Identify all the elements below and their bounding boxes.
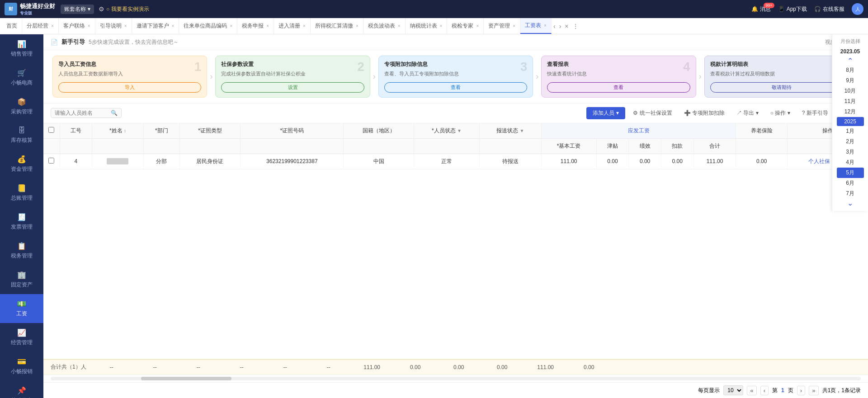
per-page-select[interactable]: 10 20 50	[723, 385, 743, 395]
user-avatar[interactable]: 人	[852, 3, 863, 15]
account-selector[interactable]: 账套名称 ▾	[61, 5, 94, 14]
sidebar-item-fixed-assets[interactable]: 🏢 固定资产	[0, 265, 43, 294]
tab-contact[interactable]: 客户联络 ×	[59, 18, 95, 34]
tab-product-code[interactable]: 往来单位商品编码 ×	[179, 18, 237, 34]
close-icon[interactable]: ×	[266, 23, 269, 28]
operations-button[interactable]: ○ 操作 ▾	[766, 107, 794, 119]
close-icon[interactable]: ×	[124, 23, 127, 28]
add-person-button[interactable]: 添加人员 ▾	[586, 107, 625, 119]
tab-home[interactable]: 首页	[2, 18, 22, 34]
newbie-guide-button[interactable]: ? 新手引导	[798, 107, 832, 119]
sidebar-item-basic[interactable]: 📌 基础信息	[0, 381, 43, 398]
horizontal-scrollbar[interactable]	[43, 375, 868, 382]
month-11[interactable]: 11月	[837, 96, 864, 107]
select-all-header	[43, 123, 60, 139]
tab-tax-expert[interactable]: 税检专家 ×	[447, 18, 484, 34]
month-4[interactable]: 4月	[837, 157, 864, 168]
first-page-button[interactable]: «	[747, 386, 756, 395]
tab-next-icon[interactable]: ›	[557, 23, 563, 30]
cell-report-status: 待报送	[479, 154, 541, 169]
row-checkbox-cell	[43, 154, 60, 169]
tab-tax-burden[interactable]: 税负波动表 ×	[363, 18, 406, 34]
tab-invite[interactable]: 邀请下游客户 ×	[132, 18, 179, 34]
tab-prev-icon[interactable]: ‹	[552, 23, 557, 30]
op-social-security[interactable]: 个人社保	[808, 158, 830, 164]
tab-tax-stats[interactable]: 纳税统计表 ×	[406, 18, 448, 34]
close-icon[interactable]: ×	[88, 23, 90, 28]
month-6[interactable]: 6月	[837, 178, 864, 188]
close-icon[interactable]: ×	[513, 23, 515, 28]
month-10[interactable]: 10月	[837, 86, 864, 96]
tab-menu-icon[interactable]: ⋮	[571, 23, 580, 30]
sidebar-item-payroll[interactable]: 💵 工资	[0, 294, 43, 323]
search-input[interactable]	[55, 110, 109, 116]
footer-pension: 0.00	[571, 364, 607, 370]
sidebar-item-invoice[interactable]: 🧾 发票管理	[0, 207, 43, 236]
step-number-3: 3	[520, 60, 528, 74]
prev-page-button[interactable]: ‹	[760, 386, 769, 395]
sidebar-item-tax[interactable]: 📋 税务管理	[0, 236, 43, 265]
app-download-button[interactable]: 📱 App下载	[778, 5, 807, 13]
sidebar-item-ecommerce[interactable]: 🛒 小畅电商	[0, 63, 43, 92]
sidebar-item-sales[interactable]: 📊 销售管理	[0, 34, 43, 63]
close-icon[interactable]: ×	[303, 23, 306, 28]
month-9[interactable]: 9月	[837, 75, 864, 86]
month-12[interactable]: 12月	[837, 107, 864, 117]
sidebar-item-ledger[interactable]: 📒 总账管理	[0, 178, 43, 207]
tab-close-all-icon[interactable]: ×	[563, 23, 570, 30]
sidebar-item-inventory[interactable]: 🗄 库存核算	[0, 121, 43, 150]
sidebar-item-operations[interactable]: 📈 经营管理	[0, 323, 43, 352]
step-number-1: 1	[194, 60, 202, 74]
month-up-icon[interactable]: ⌃	[847, 56, 853, 65]
month-1[interactable]: 1月	[837, 126, 864, 136]
wizard-arrow-1: ›	[209, 56, 213, 98]
export-button[interactable]: ↗ 导出 ▾	[732, 107, 763, 119]
month-2[interactable]: 2月	[837, 136, 864, 147]
unified-social-security-button[interactable]: ⚙ 统一社保设置	[629, 107, 676, 119]
step-btn-3[interactable]: 查看	[384, 82, 527, 93]
month-3[interactable]: 3月	[837, 147, 864, 157]
close-icon[interactable]: ×	[440, 23, 443, 28]
online-service-button[interactable]: 🎧 在线客服	[814, 5, 844, 13]
scroll-thumb[interactable]	[141, 377, 231, 380]
sidebar-item-purchase[interactable]: 📦 采购管理	[0, 92, 43, 121]
next-page-button[interactable]: ›	[797, 386, 805, 395]
message-button[interactable]: 🔔 消息 99+	[751, 5, 771, 13]
close-icon[interactable]: ×	[476, 23, 479, 28]
close-icon[interactable]: ×	[230, 23, 232, 28]
sidebar-item-expense[interactable]: 💳 小畅报销	[0, 352, 43, 381]
month-8[interactable]: 8月	[837, 65, 864, 75]
month-down-icon[interactable]: ⌄	[847, 199, 853, 207]
row-checkbox[interactable]	[48, 158, 54, 164]
special-deduction-button[interactable]: ➕ 专项附加扣除	[680, 107, 729, 119]
step-btn-4[interactable]: 查看	[547, 82, 690, 93]
footer-allowance: 0.00	[397, 364, 434, 370]
close-icon[interactable]: ×	[398, 23, 401, 28]
demo-button[interactable]: ○ 我要看实例演示	[106, 5, 149, 13]
close-icon[interactable]: ×	[172, 23, 175, 28]
col-employee-id: 工号	[60, 123, 92, 139]
step-btn-1[interactable]: 导入	[58, 82, 201, 93]
search-icon[interactable]: 🔍	[111, 110, 118, 116]
tab-clearance[interactable]: 进入清册 ×	[274, 18, 311, 34]
tab-tax-report[interactable]: 税务申报 ×	[237, 18, 274, 34]
tab-guide[interactable]: 引导说明 ×	[95, 18, 132, 34]
col-nationality: 国籍（地区）	[344, 123, 414, 139]
search-box[interactable]: 🔍	[51, 108, 122, 118]
settings-icon[interactable]: ⚙	[99, 5, 104, 13]
tab-payroll[interactable]: 工资表 ×	[520, 18, 552, 34]
tab-layered[interactable]: 分层经营 ×	[22, 18, 59, 34]
sidebar-item-funds[interactable]: 💰 资金管理	[0, 150, 43, 178]
close-icon[interactable]: ×	[356, 23, 359, 28]
select-all-checkbox[interactable]	[48, 127, 54, 133]
sidebar-label-ecommerce: 小畅电商	[11, 79, 33, 87]
month-5[interactable]: 5月	[837, 168, 864, 178]
current-page: 1	[781, 387, 784, 393]
step-btn-2[interactable]: 设置	[221, 82, 364, 93]
close-icon[interactable]: ×	[51, 23, 54, 28]
close-icon[interactable]: ×	[544, 23, 547, 28]
tab-income-tax[interactable]: 所得税汇算清缴 ×	[311, 18, 363, 34]
tab-assets[interactable]: 资产管理 ×	[484, 18, 520, 34]
month-7[interactable]: 7月	[837, 188, 864, 199]
last-page-button[interactable]: »	[809, 386, 818, 395]
